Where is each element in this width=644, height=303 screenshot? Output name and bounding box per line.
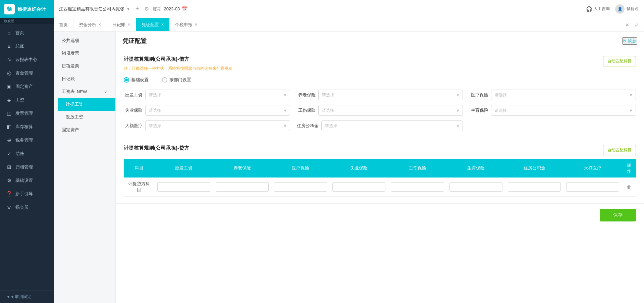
sidebar-item-settings[interactable]: ⚙ 基础设置 bbox=[0, 174, 54, 187]
tab-fund-analysis[interactable]: 资金分析 ✕ bbox=[73, 18, 107, 31]
sidebar-item-checkout[interactable]: ✓ 结账 bbox=[0, 147, 54, 160]
row-major-medical-input[interactable] bbox=[566, 182, 619, 192]
user-button[interactable]: 👤 畅捷通 bbox=[615, 4, 639, 14]
pension-select[interactable]: 请选择 ∨ bbox=[318, 90, 463, 100]
sidebar-item-tax[interactable]: ⊕ 税务管理 bbox=[0, 134, 54, 147]
left-nav-public[interactable]: 公共选项 bbox=[54, 34, 115, 47]
unemployment-arrow-icon: ∨ bbox=[284, 108, 286, 113]
radio-dept-label: 按部门设置 bbox=[169, 77, 191, 83]
tab-voucher-config[interactable]: 凭证配置 ✕ bbox=[136, 18, 170, 31]
invoice-icon: ◫ bbox=[6, 110, 12, 116]
row-maternity-input[interactable] bbox=[449, 182, 502, 192]
period-value[interactable]: 2023-03 bbox=[164, 6, 180, 11]
row-label-cell: 计提贷方科目 bbox=[124, 178, 155, 197]
radio-by-dept[interactable]: 按部门设置 bbox=[162, 77, 191, 83]
left-nav-salary-table-group[interactable]: 工资表 NEW ∨ bbox=[54, 85, 115, 98]
tab-fund-close-icon[interactable]: ✕ bbox=[98, 22, 101, 27]
sidebar-item-inventory[interactable]: ◧ 库存核算 bbox=[0, 120, 54, 134]
service-button[interactable]: 🎧 人工咨询 bbox=[586, 6, 610, 12]
injury-select[interactable]: 请选择 ∨ bbox=[318, 105, 463, 116]
left-nav-fixed-asset[interactable]: 固定资产 bbox=[54, 123, 115, 136]
tab-journal[interactable]: 日记账 ✕ bbox=[107, 18, 136, 31]
row-housing-fund-input[interactable] bbox=[508, 182, 561, 192]
debit-fields-grid: 应发工资 请选择 ∨ 养老保险 请选择 ∨ 医疗 bbox=[124, 90, 636, 131]
maternity-select[interactable]: 请选择 ∨ bbox=[491, 105, 636, 116]
row-pension-cell[interactable] bbox=[213, 178, 271, 197]
debit-notice: 注：只能选择一种方式，系统将按照您当前的选择来配置规则 bbox=[124, 66, 232, 71]
sidebar-unpin[interactable]: ◄◄ 取消固定 bbox=[0, 290, 54, 303]
left-nav-journal[interactable]: 日记账 bbox=[54, 72, 115, 85]
sidebar-item-guide[interactable]: ❓ 新手引导 bbox=[0, 187, 54, 201]
row-housing-fund-cell[interactable] bbox=[505, 178, 564, 197]
save-button[interactable]: 保存 bbox=[600, 209, 636, 221]
company-arrow-icon: ▼ bbox=[126, 7, 130, 11]
table-row: 计提贷方科目 🗑 bbox=[124, 178, 636, 197]
sidebar-item-member[interactable]: V 畅会员 bbox=[0, 201, 54, 214]
calendar-icon[interactable]: 📅 bbox=[182, 6, 187, 11]
left-nav-pay-salary[interactable]: 发放工资 bbox=[58, 111, 115, 123]
row-injury-cell[interactable] bbox=[388, 178, 446, 197]
main-panel: 凭证配置 ↻ 刷新 计提核算规则(公司承担)-借方 注：只能选择一种方式，系统将… bbox=[116, 32, 644, 303]
logo-icon: 畅 bbox=[4, 4, 15, 14]
sidebar-item-salary[interactable]: ◈ 工资 bbox=[0, 93, 54, 107]
row-unemployment-cell[interactable] bbox=[330, 178, 388, 197]
delete-row-button[interactable]: 🗑 bbox=[627, 184, 631, 190]
sidebar-item-invoice[interactable]: ◫ 发票管理 bbox=[0, 107, 54, 120]
row-major-medical-cell[interactable] bbox=[564, 178, 622, 197]
maternity-placeholder: 请选择 bbox=[495, 108, 507, 113]
tab-home[interactable]: 首页 bbox=[54, 18, 73, 31]
close-tab-icon[interactable]: ✕ bbox=[623, 21, 632, 29]
sidebar: 畅 畅捷通好会计 旗舰版 ⌂ 首页 ≡ 总账 ∿ 云报表中心 ◎ 资金管理 ▣ … bbox=[0, 0, 54, 303]
refresh-icon: ↻ bbox=[623, 39, 627, 44]
medical-select[interactable]: 请选择 ∨ bbox=[491, 90, 636, 100]
gross-salary-select[interactable]: 请选择 ∨ bbox=[145, 90, 290, 100]
sidebar-item-home[interactable]: ⌂ 首页 bbox=[0, 26, 54, 40]
tab-tax-close-icon[interactable]: ✕ bbox=[195, 22, 198, 27]
sidebar-item-label: 首页 bbox=[15, 30, 24, 36]
tab-journal-close-icon[interactable]: ✕ bbox=[127, 22, 130, 27]
fullscreen-icon[interactable]: ⤢ bbox=[632, 21, 641, 29]
company-name: 江西服宝精品有限责任公司内账张 bbox=[59, 6, 124, 12]
radio-basic[interactable]: 基础设置 bbox=[124, 77, 149, 83]
field-medical: 医疗保险 请选择 ∨ bbox=[470, 90, 636, 100]
housing-fund-select[interactable]: 请选择 ∨ bbox=[321, 120, 463, 131]
auto-match-debit-button[interactable]: 自动匹配科目 bbox=[603, 56, 636, 66]
major-medical-arrow-icon: ∨ bbox=[284, 124, 286, 128]
checkout-icon: ✓ bbox=[6, 151, 12, 157]
row-injury-input[interactable] bbox=[391, 182, 444, 192]
sidebar-item-fixed-asset[interactable]: ▣ 固定资产 bbox=[0, 80, 54, 93]
row-gross-salary-input[interactable] bbox=[157, 182, 210, 192]
sidebar-item-ledger[interactable]: ≡ 总账 bbox=[0, 40, 54, 53]
left-nav-sales-invoice[interactable]: 销项发票 bbox=[54, 47, 115, 60]
row-medical-input[interactable] bbox=[274, 182, 327, 192]
radio-basic-label: 基础设置 bbox=[131, 77, 149, 83]
refresh-button[interactable]: ↻ 刷新 bbox=[622, 37, 637, 45]
unpin-label: ◄◄ 取消固定 bbox=[6, 294, 31, 300]
tab-tax-declaration[interactable]: 个税申报 ✕ bbox=[170, 18, 203, 31]
account-settings-icon[interactable]: ⚙ bbox=[144, 6, 149, 12]
left-nav-accrual-salary[interactable]: 计提工资 bbox=[58, 98, 115, 111]
row-gross-salary-cell[interactable] bbox=[155, 178, 213, 197]
sidebar-item-fund[interactable]: ◎ 资金管理 bbox=[0, 66, 54, 80]
content-area: 公共选项 销项发票 进项发票 日记账 工资表 NEW ∨ 计提工资 bbox=[54, 32, 644, 303]
col-medical: 医疗保险 bbox=[271, 159, 330, 178]
left-nav-purchase-invoice[interactable]: 进项发票 bbox=[54, 60, 115, 72]
add-account-button[interactable]: + bbox=[134, 5, 141, 12]
sidebar-item-cloud-report[interactable]: ∿ 云报表中心 bbox=[0, 53, 54, 66]
auto-match-credit-button[interactable]: 自动匹配科目 bbox=[603, 145, 636, 155]
row-pension-input[interactable] bbox=[216, 182, 269, 192]
company-selector[interactable]: 江西服宝精品有限责任公司内账张 ▼ bbox=[59, 6, 130, 12]
row-maternity-cell[interactable] bbox=[447, 178, 505, 197]
tab-voucher-close-icon[interactable]: ✕ bbox=[161, 22, 164, 27]
credit-table-body: 计提贷方科目 🗑 bbox=[124, 178, 636, 197]
major-medical-select[interactable]: 请选择 ∨ bbox=[145, 120, 290, 131]
row-unemployment-input[interactable] bbox=[332, 182, 385, 192]
col-pension: 养老保险 bbox=[213, 159, 271, 178]
row-medical-cell[interactable] bbox=[271, 178, 330, 197]
field-unemployment: 失业保险 请选择 ∨ bbox=[124, 105, 290, 116]
sidebar-item-archive[interactable]: ⊞ 归档管理 bbox=[0, 160, 54, 174]
unemployment-select[interactable]: 请选择 ∨ bbox=[145, 105, 290, 116]
public-nav-label: 公共选项 bbox=[62, 38, 79, 44]
radio-dept-circle bbox=[162, 77, 167, 83]
section-credit: 计提核算规则(公司承担)-贷方 自动匹配科目 科目 应发工资 养老保险 医疗保险… bbox=[116, 138, 644, 204]
